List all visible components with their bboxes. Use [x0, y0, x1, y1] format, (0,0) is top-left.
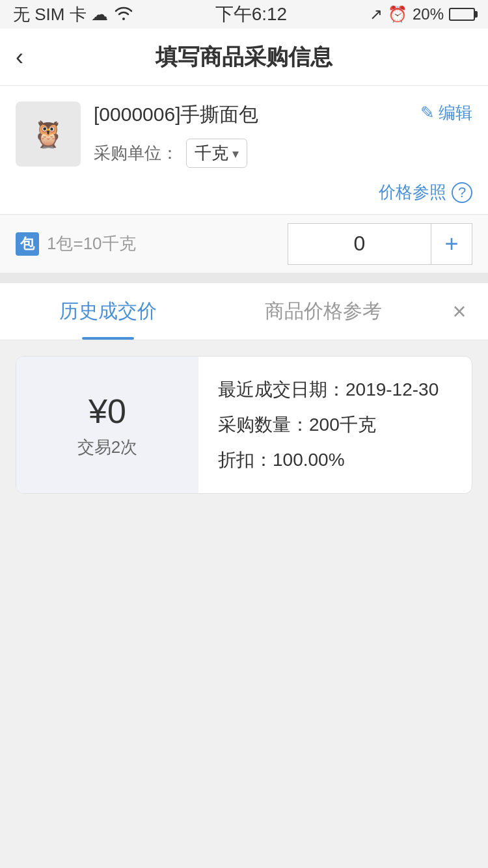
nav-bar: ‹ 填写商品采购信息 — [0, 29, 488, 86]
history-trades-count: 交易2次 — [77, 436, 137, 459]
quantity-plus-button[interactable]: + — [431, 223, 472, 265]
product-name: [0000006]手撕面包 — [94, 102, 420, 128]
discount-row: 折扣：100.00% — [218, 448, 452, 472]
battery-icon — [449, 8, 475, 21]
unit-select[interactable]: 千克 ▾ — [186, 139, 247, 168]
recent-date-row: 最近成交日期：2019-12-30 — [218, 377, 452, 402]
quantity-control: + — [288, 223, 472, 265]
discount-value: 100.00% — [273, 450, 345, 470]
edit-button[interactable]: ✎ 编辑 — [420, 102, 472, 124]
status-right: ↗ ⏰ 20% — [370, 5, 475, 23]
edit-icon: ✎ — [420, 103, 435, 123]
tab-product-label: 商品价格参考 — [265, 298, 382, 325]
conversion-text: 1包=10千克 — [47, 232, 136, 255]
product-image: 🦉 — [32, 119, 64, 150]
history-card: ¥0 交易2次 最近成交日期：2019-12-30 采购数量：200千克 折扣：… — [16, 356, 472, 494]
quantity-row: 包 1包=10千克 + — [0, 214, 488, 273]
tab-active-indicator — [82, 337, 134, 340]
tab-history-label: 历史成交价 — [59, 298, 157, 325]
tab-bar: 历史成交价 商品价格参考 × — [0, 283, 488, 340]
unit-label: 采购单位： — [94, 142, 178, 165]
location-icon: ↗ — [370, 5, 383, 23]
quantity-input[interactable] — [288, 223, 431, 265]
wifi-icon — [115, 5, 133, 25]
purchase-qty-value: 200千克 — [309, 414, 376, 435]
price-ref-link[interactable]: 价格参照 — [379, 181, 446, 204]
purchase-qty-row: 采购数量：200千克 — [218, 413, 452, 437]
sim-label: 无 SIM 卡 ☁ — [13, 3, 108, 26]
tab-history-price[interactable]: 历史成交价 — [0, 283, 215, 340]
back-button[interactable]: ‹ — [16, 44, 23, 71]
status-left: 无 SIM 卡 ☁ — [13, 3, 133, 26]
unit-value: 千克 — [195, 142, 228, 165]
chevron-down-icon: ▾ — [232, 146, 239, 161]
alarm-icon: ⏰ — [388, 5, 407, 23]
status-time: 下午6:12 — [215, 2, 288, 27]
product-thumbnail: 🦉 — [16, 102, 81, 167]
history-price-value: ¥0 — [88, 392, 126, 431]
history-detail-section: 最近成交日期：2019-12-30 采购数量：200千克 折扣：100.00% — [198, 357, 472, 493]
purchase-qty-label: 采购数量： — [218, 414, 309, 435]
recent-date-label: 最近成交日期： — [218, 379, 346, 400]
help-icon[interactable]: ? — [452, 182, 472, 203]
product-info: [0000006]手撕面包 采购单位： 千克 ▾ — [94, 102, 420, 168]
page-title: 填写商品采购信息 — [156, 42, 332, 72]
history-content: ¥0 交易2次 最近成交日期：2019-12-30 采购数量：200千克 折扣：… — [0, 340, 488, 731]
section-divider — [0, 273, 488, 283]
tab-product-price[interactable]: 商品价格参考 — [215, 283, 431, 340]
tab-close-button[interactable]: × — [431, 283, 488, 340]
status-bar: 无 SIM 卡 ☁ 下午6:12 ↗ ⏰ 20% — [0, 0, 488, 29]
battery-percent: 20% — [413, 5, 444, 23]
product-card: 🦉 [0000006]手撕面包 采购单位： 千克 ▾ ✎ 编辑 价格参照 — [0, 86, 488, 214]
recent-date-value: 2019-12-30 — [346, 379, 439, 400]
history-price-section: ¥0 交易2次 — [16, 357, 198, 493]
quantity-unit-info: 包 1包=10千克 — [16, 232, 136, 256]
discount-label: 折扣： — [218, 450, 273, 470]
unit-badge: 包 — [16, 232, 39, 256]
